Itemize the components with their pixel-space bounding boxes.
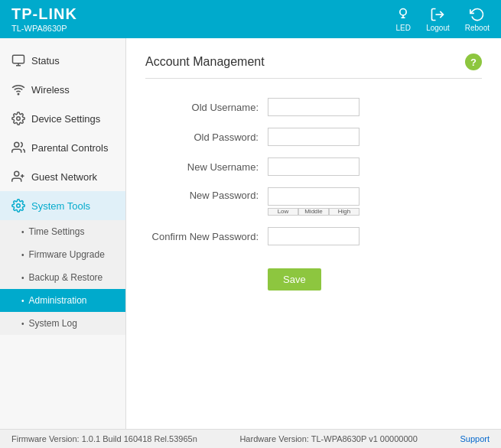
submenu-label-firmware-upgrade: Firmware Upgrade [29, 249, 105, 260]
new-password-row: New Password: Low Middle High [145, 187, 482, 216]
sidebar-item-parental-controls[interactable]: Parental Controls [0, 133, 125, 162]
sidebar-label-device-settings: Device Settings [31, 113, 100, 125]
sidebar-label-guest-network: Guest Network [31, 171, 97, 183]
sidebar-item-guest-network[interactable]: Guest Network [0, 162, 125, 191]
svg-point-9 [15, 142, 19, 147]
submenu-item-administration[interactable]: • Administration [0, 289, 125, 312]
sidebar-label-status: Status [31, 55, 60, 67]
new-username-input[interactable] [268, 157, 359, 176]
bullet-icon: • [21, 297, 24, 305]
bullet-icon: • [21, 320, 24, 328]
content-header: Account Management ? [145, 54, 482, 79]
sidebar-label-system-tools: System Tools [31, 200, 90, 212]
sidebar-item-status[interactable]: Status [0, 46, 125, 75]
svg-point-7 [18, 93, 19, 95]
bullet-icon: • [21, 251, 24, 259]
footer: Firmware Version: 1.0.1 Build 160418 Rel… [0, 429, 501, 448]
old-password-label: Old Password: [145, 131, 268, 143]
submenu-label-system-log: System Log [29, 318, 77, 329]
new-password-label: New Password: [145, 187, 268, 201]
sidebar-item-device-settings[interactable]: Device Settings [0, 104, 125, 133]
model-name: TL-WPA8630P [11, 24, 77, 33]
confirm-password-label: Confirm New Password: [145, 231, 268, 242]
old-password-row: Old Password: [145, 128, 482, 146]
strength-high-segment: High [329, 208, 359, 216]
hardware-version: Hardware Version: TL-WPA8630P v1 0000000… [239, 434, 417, 443]
submenu-item-firmware-upgrade[interactable]: • Firmware Upgrade [0, 243, 125, 266]
password-strength-bar: Low Middle High [268, 208, 359, 216]
header-icons: LED Logout Reboot [395, 7, 490, 32]
new-password-input[interactable] [268, 187, 359, 206]
content-area: Account Management ? Old Username: Old P… [126, 38, 501, 429]
svg-rect-4 [13, 55, 24, 63]
confirm-password-row: Confirm New Password: [145, 227, 482, 245]
new-username-label: New Username: [145, 161, 268, 173]
svg-point-8 [17, 117, 21, 121]
strength-low-segment: Low [268, 208, 298, 216]
old-username-label: Old Username: [145, 102, 268, 113]
old-username-row: Old Username: [145, 98, 482, 116]
led-button[interactable]: LED [395, 7, 411, 32]
logout-label: Logout [426, 24, 450, 32]
submenu-item-system-log[interactable]: • System Log [0, 312, 125, 335]
submenu-label-backup-restore: Backup & Restore [29, 272, 103, 283]
header: TP-LINK TL-WPA8630P LED Logout Re [0, 0, 501, 38]
submenu-item-time-settings[interactable]: • Time Settings [0, 220, 125, 243]
svg-point-0 [400, 8, 406, 15]
sidebar-label-wireless: Wireless [31, 84, 70, 96]
help-label: ? [470, 57, 477, 68]
page-title: Account Management [145, 55, 265, 69]
firmware-version: Firmware Version: 1.0.1 Build 160418 Rel… [11, 434, 197, 443]
main-layout: Status Wireless Device Settings [0, 38, 501, 429]
svg-point-13 [17, 204, 21, 208]
submenu-item-backup-restore[interactable]: • Backup & Restore [0, 266, 125, 289]
bullet-icon: • [21, 228, 24, 236]
submenu-label-administration: Administration [29, 295, 87, 306]
new-password-field-group: Low Middle High [268, 187, 359, 216]
logo: TP-LINK TL-WPA8630P [11, 5, 77, 33]
submenu: • Time Settings • Firmware Upgrade • Bac… [0, 220, 125, 335]
save-button[interactable]: Save [268, 268, 321, 291]
old-username-input[interactable] [268, 98, 359, 116]
strength-middle-segment: Middle [298, 208, 329, 216]
led-label: LED [395, 24, 410, 32]
save-row: Save [145, 261, 482, 291]
logout-button[interactable]: Logout [426, 7, 450, 32]
svg-point-10 [15, 171, 19, 176]
submenu-label-time-settings: Time Settings [29, 226, 85, 237]
sidebar-item-wireless[interactable]: Wireless [0, 75, 125, 104]
bullet-icon: • [21, 274, 24, 282]
reboot-label: Reboot [465, 24, 490, 32]
reboot-button[interactable]: Reboot [465, 7, 490, 32]
new-username-row: New Username: [145, 157, 482, 176]
confirm-password-input[interactable] [268, 227, 359, 245]
support-link[interactable]: Support [460, 434, 490, 443]
sidebar: Status Wireless Device Settings [0, 38, 126, 429]
brand-name: TP-LINK [11, 5, 77, 23]
help-button[interactable]: ? [465, 54, 482, 70]
old-password-input[interactable] [268, 128, 359, 146]
sidebar-label-parental-controls: Parental Controls [31, 142, 108, 154]
sidebar-item-system-tools[interactable]: System Tools [0, 191, 125, 220]
